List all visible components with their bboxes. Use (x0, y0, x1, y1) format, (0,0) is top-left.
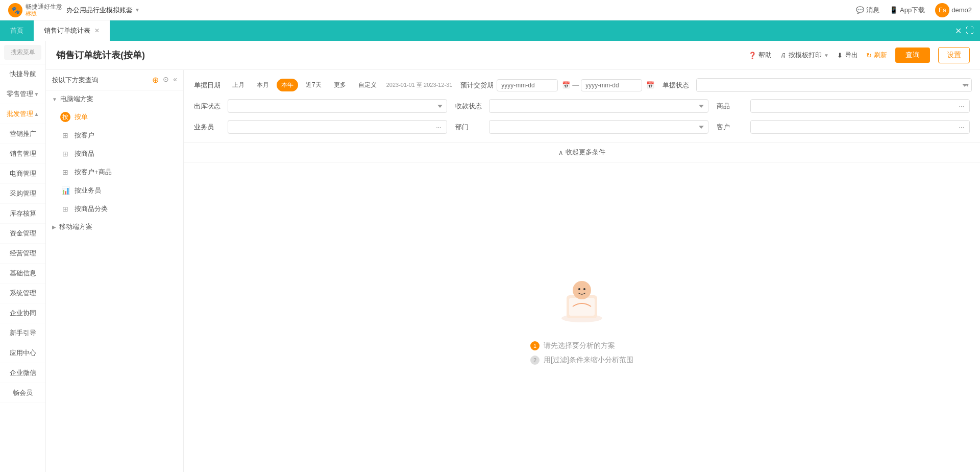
tab-sales-order-stats[interactable]: 销售订单统计表 ✕ (34, 20, 110, 41)
product-input[interactable]: ··· (750, 99, 970, 113)
calendar-start-icon[interactable]: 📅 (562, 81, 570, 89)
logo-text: 畅捷通好生意 标版 (26, 3, 62, 17)
page-header-actions: ❓ 帮助 🖨 按模板打印 ▼ ⬇ 导出 ↻ 刷新 查询 设置 (748, 47, 970, 69)
filter-item-date: 单据日期 上月 本月 本年 近7天 更多 自定义 2023-01-01 至 20… (194, 79, 452, 91)
more-date-btn[interactable]: 更多 (329, 79, 351, 91)
settings-button[interactable]: 设置 (938, 47, 970, 63)
receipt-status-select[interactable] (489, 99, 708, 113)
print-icon: 🖨 (780, 52, 787, 59)
customer-label: 客户 (717, 123, 747, 132)
app-download-action[interactable]: 📱 App下载 (890, 6, 925, 15)
refresh-action[interactable]: ↻ 刷新 (866, 51, 887, 60)
salesperson-label: 业务员 (194, 123, 225, 132)
doc-status-select[interactable] (696, 78, 972, 92)
user-area[interactable]: Ea demo2 (935, 3, 972, 17)
sidebar-item-purchase[interactable]: 采购管理 (0, 184, 45, 204)
tab-close-window-icon[interactable]: ✕ (955, 26, 962, 36)
scheme-item-by-salesperson[interactable]: 📊 按业务员 (46, 181, 183, 200)
left-panel-title: 按以下方案查询 (52, 76, 99, 85)
sidebar-item-wechat[interactable]: 企业微信 (0, 363, 45, 383)
sidebar-item-member[interactable]: 畅会员 (0, 383, 45, 403)
date-separator: — (572, 81, 579, 89)
refresh-icon: ↻ (866, 52, 872, 59)
group-expand-icon: ▼ (52, 97, 57, 102)
empty-tips: 1 请先选择要分析的方案 2 用[过滤]条件来缩小分析范围 (530, 341, 633, 365)
scheme-item-by-order[interactable]: 按 按单 (46, 108, 183, 126)
scheme-table-icon: ⊞ (60, 130, 70, 140)
tab-maximize-icon[interactable]: ⛶ (966, 26, 974, 35)
sidebar-item-inventory[interactable]: 库存核算 (0, 204, 45, 224)
salesperson-more-icon: ··· (436, 123, 442, 131)
scheme-active-icon: 按 (60, 112, 70, 122)
scheme-item-by-customer[interactable]: ⊞ 按客户 (46, 126, 183, 145)
scheme-group-mobile-header[interactable]: ▶ 移动端方案 (46, 218, 183, 235)
expected-delivery-end[interactable] (581, 79, 642, 91)
export-action[interactable]: ⬇ 导出 (837, 51, 858, 60)
sidebar-item-ecommerce[interactable]: 电商管理 (0, 164, 45, 184)
tab-home[interactable]: 首页 (0, 20, 34, 41)
sidebar-item-enterprise[interactable]: 企业协同 (0, 303, 45, 323)
sidebar-item-app-center[interactable]: 应用中心 (0, 343, 45, 363)
filter-row-3: 业务员 ··· 部门 客户 (194, 120, 970, 134)
product-label: 商品 (717, 102, 747, 111)
ship-status-select[interactable] (228, 99, 447, 113)
tip-num-1: 1 (530, 341, 540, 350)
template-print-action[interactable]: 🖨 按模板打印 ▼ (780, 51, 829, 60)
svg-point-3 (573, 281, 591, 299)
help-action[interactable]: ❓ 帮助 (748, 51, 772, 60)
collapse-icon: ∧ (558, 149, 564, 156)
scheme-group-pc-header[interactable]: ▼ 电脑端方案 (46, 90, 183, 108)
collapse-label: 收起更多条件 (566, 148, 605, 157)
collapse-bar[interactable]: ∧ 收起更多条件 (184, 143, 980, 162)
sidebar-item-quick-nav[interactable]: 快捷导航 (0, 64, 45, 84)
sidebar-item-operation[interactable]: 经营管理 (0, 244, 45, 264)
group-collapsed-icon: ▶ (52, 224, 56, 230)
chevron-down-icon: ▼ (34, 91, 39, 97)
last-month-btn[interactable]: 上月 (228, 79, 249, 91)
scheme-item-by-product[interactable]: ⊞ 按商品 (46, 145, 183, 163)
sidebar-item-guide[interactable]: 新手引导 (0, 323, 45, 343)
last-7-days-btn[interactable]: 近7天 (301, 79, 326, 91)
sidebar-item-finance[interactable]: 资金管理 (0, 224, 45, 244)
sidebar-item-sales[interactable]: 销售管理 (0, 144, 45, 164)
sidebar: 搜索菜单 快捷导航 零售管理 ▼ 批发管理 ▲ 营销推广 销售管理 电商管理 采… (0, 41, 46, 472)
salesperson-input[interactable]: ··· (228, 120, 447, 134)
collapse-panel-icon[interactable]: « (173, 75, 177, 85)
doc-status-label: 单据状态 (663, 81, 693, 90)
filter-item-salesperson: 业务员 ··· (194, 120, 447, 134)
filter-item-department: 部门 (455, 120, 708, 134)
date-label: 单据日期 (194, 81, 225, 90)
sidebar-item-base-info[interactable]: 基础信息 (0, 264, 45, 284)
filter-row-1: 单据日期 上月 本月 本年 近7天 更多 自定义 2023-01-01 至 20… (194, 78, 970, 92)
tab-close-icon[interactable]: ✕ (94, 27, 100, 34)
search-menu-button[interactable]: 搜索菜单 (4, 45, 41, 60)
sidebar-item-wholesale[interactable]: 批发管理 ▲ (0, 104, 45, 124)
date-quick-buttons: 上月 本月 本年 近7天 更多 自定义 (228, 79, 381, 91)
calendar-end-icon[interactable]: 📅 (646, 81, 654, 89)
department-select[interactable] (489, 120, 708, 134)
sidebar-item-retail[interactable]: 零售管理 ▼ (0, 84, 45, 104)
scheme-table-icon: ⊞ (60, 149, 70, 159)
scheme-item-by-customer-product[interactable]: ⊞ 按客户+商品 (46, 163, 183, 181)
this-month-btn[interactable]: 本月 (252, 79, 274, 91)
scheme-item-by-product-category[interactable]: ⊞ 按商品分类 (46, 200, 183, 218)
scheme-group-label: 移动端方案 (59, 222, 92, 231)
message-action[interactable]: 💬 消息 (856, 6, 879, 15)
sidebar-item-marketing[interactable]: 营销推广 (0, 124, 45, 144)
scheme-group-pc: ▼ 电脑端方案 按 按单 ⊞ 按客户 ⊞ 按商品 (46, 90, 183, 218)
customer-input[interactable]: ··· (750, 120, 970, 134)
expected-delivery-start[interactable] (497, 79, 558, 91)
expected-delivery-label: 预计交货期 (460, 81, 494, 90)
add-scheme-icon[interactable]: ⊕ (152, 75, 159, 85)
tip-num-2: 2 (530, 356, 540, 365)
sidebar-item-system[interactable]: 系统管理 (0, 284, 45, 303)
this-year-btn[interactable]: 本年 (277, 79, 298, 91)
help-icon: ❓ (748, 52, 756, 59)
custom-date-btn[interactable]: 自定义 (354, 79, 381, 91)
edit-scheme-icon[interactable]: ⊙ (163, 75, 169, 85)
app-selector-arrow-icon: ▼ (135, 7, 140, 13)
app-selector[interactable]: 办公用品行业模拟账套 ▼ (66, 6, 140, 15)
query-button[interactable]: 查询 (895, 48, 930, 63)
two-panel: 按以下方案查询 ⊕ ⊙ « ▼ 电脑端方案 按 按单 (46, 70, 980, 472)
filter-item-receipt-status: 收款状态 (455, 99, 708, 113)
